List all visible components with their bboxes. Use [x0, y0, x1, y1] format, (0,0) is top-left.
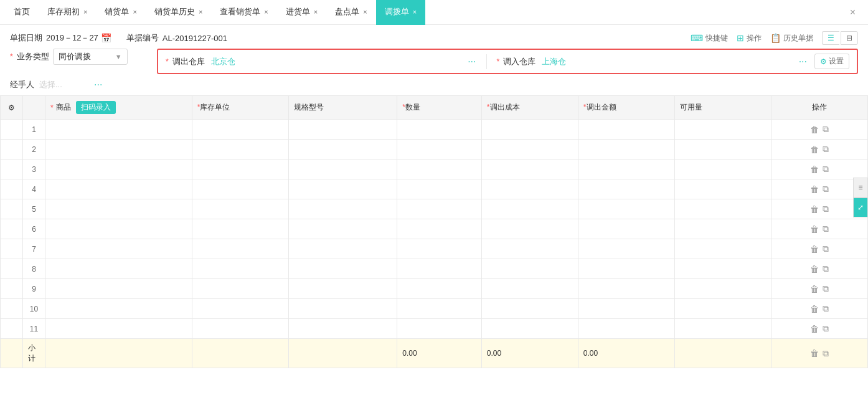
copy-icon[interactable]: ⧉: [823, 244, 829, 254]
table-cell[interactable]: [288, 279, 397, 299]
table-cell[interactable]: [45, 140, 192, 159]
table-cell[interactable]: [481, 259, 578, 279]
copy-icon[interactable]: ⧉: [823, 124, 829, 135]
table-cell[interactable]: [45, 279, 192, 299]
tab-purchase[interactable]: 进货单 ×: [277, 0, 326, 25]
table-cell[interactable]: [397, 279, 482, 299]
table-cell[interactable]: [192, 239, 288, 259]
table-cell[interactable]: [578, 159, 674, 179]
tab-close-inventory[interactable]: ×: [363, 8, 367, 16]
table-cell[interactable]: [45, 239, 192, 259]
table-cell[interactable]: [578, 199, 674, 219]
table-cell[interactable]: [674, 239, 771, 259]
delete-icon-sub[interactable]: 🗑: [810, 348, 819, 358]
table-cell[interactable]: [192, 159, 288, 179]
table-cell[interactable]: [578, 279, 674, 299]
scan-btn[interactable]: 扫码录入: [76, 101, 116, 114]
table-cell[interactable]: [192, 219, 288, 239]
copy-icon-sub[interactable]: ⧉: [823, 348, 829, 359]
operations-btn[interactable]: ⊞ 操作: [737, 33, 762, 44]
side-list-btn[interactable]: ≡: [853, 178, 868, 198]
table-cell[interactable]: [578, 319, 674, 339]
table-cell[interactable]: [578, 219, 674, 239]
table-cell[interactable]: [674, 140, 771, 159]
delete-icon[interactable]: 🗑: [810, 324, 819, 334]
tab-stock-init[interactable]: 库存期初 ×: [39, 0, 96, 25]
table-cell[interactable]: [481, 120, 578, 140]
table-cell[interactable]: [674, 319, 771, 339]
table-cell[interactable]: [192, 279, 288, 299]
delete-icon[interactable]: 🗑: [810, 264, 819, 274]
copy-icon[interactable]: ⧉: [823, 204, 829, 214]
copy-icon[interactable]: ⧉: [823, 303, 829, 314]
tab-close-transfer[interactable]: ×: [413, 8, 417, 16]
table-cell[interactable]: [674, 279, 771, 299]
table-cell[interactable]: [288, 319, 397, 339]
table-cell[interactable]: [578, 179, 674, 199]
table-cell[interactable]: [481, 319, 578, 339]
tab-close-stock-init[interactable]: ×: [83, 8, 87, 16]
in-warehouse-more-btn[interactable]: ···: [799, 56, 807, 67]
table-cell[interactable]: [45, 199, 192, 219]
delete-icon[interactable]: 🗑: [810, 284, 819, 294]
tab-close-sales-order[interactable]: ×: [133, 8, 136, 16]
tab-home[interactable]: 首页: [5, 0, 39, 25]
delete-icon[interactable]: 🗑: [810, 145, 819, 155]
table-cell[interactable]: [481, 199, 578, 219]
delete-icon[interactable]: 🗑: [810, 125, 819, 135]
table-cell[interactable]: [397, 239, 482, 259]
tab-close-view-sales[interactable]: ×: [264, 8, 268, 16]
table-cell[interactable]: [397, 299, 482, 319]
table-cell[interactable]: [674, 120, 771, 140]
table-cell[interactable]: [288, 259, 397, 279]
table-cell[interactable]: [192, 179, 288, 199]
table-cell[interactable]: [481, 179, 578, 199]
tab-sales-history[interactable]: 销货单历史 ×: [146, 0, 211, 25]
out-warehouse-value[interactable]: 北京仓: [211, 56, 261, 67]
table-cell[interactable]: [192, 319, 288, 339]
table-cell[interactable]: [674, 179, 771, 199]
copy-icon[interactable]: ⧉: [823, 323, 829, 334]
table-cell[interactable]: [481, 159, 578, 179]
table-cell[interactable]: [45, 319, 192, 339]
table-cell[interactable]: [397, 159, 482, 179]
table-cell[interactable]: [674, 259, 771, 279]
table-cell[interactable]: [45, 219, 192, 239]
table-cell[interactable]: [674, 199, 771, 219]
table-cell[interactable]: [481, 279, 578, 299]
table-cell[interactable]: [674, 219, 771, 239]
table-cell[interactable]: [481, 239, 578, 259]
tab-close-purchase[interactable]: ×: [314, 8, 318, 16]
tab-sales-order[interactable]: 销货单 ×: [96, 0, 145, 25]
table-cell[interactable]: [578, 259, 674, 279]
table-cell[interactable]: [192, 299, 288, 319]
table-cell[interactable]: [45, 299, 192, 319]
table-cell[interactable]: [578, 140, 674, 159]
copy-icon[interactable]: ⧉: [823, 184, 829, 194]
table-cell[interactable]: [481, 219, 578, 239]
table-cell[interactable]: [288, 140, 397, 159]
table-cell[interactable]: [397, 120, 482, 140]
table-cell[interactable]: [288, 219, 397, 239]
table-cell[interactable]: [192, 120, 288, 140]
table-cell[interactable]: [481, 140, 578, 159]
table-cell[interactable]: [674, 159, 771, 179]
table-cell[interactable]: [192, 140, 288, 159]
table-cell[interactable]: [397, 199, 482, 219]
layout-btn-2[interactable]: ⊟: [841, 31, 858, 45]
tab-inventory[interactable]: 盘点单 ×: [326, 0, 375, 25]
delete-icon[interactable]: 🗑: [810, 184, 819, 194]
out-warehouse-more-btn[interactable]: ···: [468, 56, 476, 67]
table-cell[interactable]: [288, 159, 397, 179]
warehouse-settings-btn[interactable]: ⚙ 设置: [814, 54, 849, 69]
in-warehouse-value[interactable]: 上海仓: [542, 56, 592, 67]
table-cell[interactable]: [288, 120, 397, 140]
table-cell[interactable]: [45, 179, 192, 199]
copy-icon[interactable]: ⧉: [823, 144, 829, 155]
copy-icon[interactable]: ⧉: [823, 283, 829, 294]
table-cell[interactable]: [397, 140, 482, 159]
table-cell[interactable]: [674, 299, 771, 319]
table-cell[interactable]: [45, 120, 192, 140]
delete-icon[interactable]: 🗑: [810, 204, 819, 214]
delete-icon[interactable]: 🗑: [810, 224, 819, 234]
